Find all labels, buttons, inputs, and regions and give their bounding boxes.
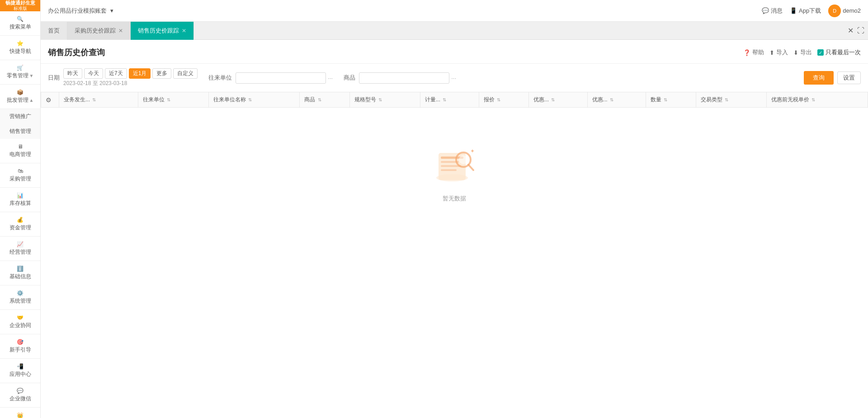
message-icon: 💬 bbox=[762, 7, 769, 14]
sort-arrows-partner-name: ⇅ bbox=[248, 97, 252, 102]
workspace-selector[interactable]: 办公用品行业模拟账套 ▾ bbox=[48, 7, 113, 15]
empty-text: 暂无数据 bbox=[443, 195, 466, 203]
sidebar-label-wholesale: 批发管理 bbox=[7, 96, 28, 104]
sidebar-item-finance[interactable]: 💰 资金管理 bbox=[0, 212, 40, 237]
col-biz-date-label: 业务发生... bbox=[64, 96, 90, 103]
sidebar-label-finance: 资金管理 bbox=[9, 224, 31, 232]
sidebar-item-basic[interactable]: ℹ️ 基础信息 bbox=[0, 261, 40, 285]
partner-dots-button[interactable]: ··· bbox=[328, 75, 333, 81]
sidebar-item-vip[interactable]: 👑 畅会员 bbox=[0, 408, 40, 418]
app-download-action[interactable]: 📱 App下载 bbox=[790, 7, 821, 15]
basic-icon: ℹ️ bbox=[17, 266, 24, 272]
tab-sales-history[interactable]: 销售历史价跟踪 ✕ bbox=[131, 22, 194, 40]
chevron-up-icon: ▲ bbox=[29, 98, 34, 103]
query-button[interactable]: 查询 bbox=[804, 71, 834, 85]
date-btn-yesterday[interactable]: 昨天 bbox=[63, 68, 82, 79]
tab-purchase-history[interactable]: 采购历史价跟踪 ✕ bbox=[67, 22, 131, 40]
product-filter-label: 商品 bbox=[344, 74, 355, 82]
table-header-row: ⚙ 业务发生... ⇅ 往来单位 ⇅ 往来单位名称 ⇅ bbox=[41, 92, 868, 108]
tab-close-purchase[interactable]: ✕ bbox=[118, 28, 123, 34]
ecommerce-icon: 🖥 bbox=[18, 143, 23, 150]
user-menu[interactable]: D demo2 bbox=[828, 5, 861, 17]
table-col-partner-name[interactable]: 往来单位名称 ⇅ bbox=[209, 92, 300, 108]
table-col-quantity[interactable]: 数量 ⇅ bbox=[646, 92, 696, 108]
gear-icon[interactable]: ⚙ bbox=[46, 96, 52, 104]
help-label: 帮助 bbox=[752, 48, 764, 57]
import-action[interactable]: ⬆ 导入 bbox=[769, 48, 788, 57]
table-col-trade-type[interactable]: 交易类型 ⇅ bbox=[696, 92, 766, 108]
sidebar-label-retail: 零售管理 bbox=[7, 72, 28, 80]
only-last-checkbox[interactable]: ✓ bbox=[817, 49, 824, 56]
sidebar-label-quick-nav: 快捷导航 bbox=[9, 48, 31, 55]
maximize-button[interactable]: ⛶ bbox=[857, 27, 864, 35]
table-col-pretax-price[interactable]: 优惠前无税单价 ⇅ bbox=[766, 92, 868, 108]
table-col-unit[interactable]: 计量... ⇅ bbox=[420, 92, 479, 108]
sidebar-item-retail[interactable]: 🛒 零售管理 ▼ bbox=[0, 60, 40, 85]
product-dots-button[interactable]: ··· bbox=[451, 75, 456, 81]
workspace-dropdown-arrow: ▾ bbox=[110, 7, 113, 14]
sidebar-label-ecommerce: 电商管理 bbox=[9, 151, 31, 158]
user-name: demo2 bbox=[843, 7, 861, 14]
sidebar-item-cooperation[interactable]: 🤝 企业协同 bbox=[0, 310, 40, 334]
empty-state: ✦ 暂无数据 bbox=[41, 108, 868, 239]
sidebar-item-sales-mgmt[interactable]: 销售管理 bbox=[0, 124, 40, 139]
sidebar-item-operation[interactable]: 📈 经营管理 bbox=[0, 237, 40, 261]
date-btn-last1m[interactable]: 近1月 bbox=[129, 68, 151, 79]
only-last-label: 只看最后一次 bbox=[826, 48, 861, 57]
table-col-spec[interactable]: 规格型号 ⇅ bbox=[350, 92, 420, 108]
tab-home-label: 首页 bbox=[48, 27, 60, 35]
app-logo[interactable]: 畅捷通好生意 标准版 bbox=[0, 0, 40, 11]
import-icon: ⬆ bbox=[769, 49, 774, 56]
partner-input[interactable] bbox=[236, 72, 326, 84]
date-filter-label: 日期 bbox=[48, 74, 60, 82]
date-btn-last7[interactable]: 近7天 bbox=[105, 68, 127, 79]
finance-icon: 💰 bbox=[17, 217, 24, 223]
message-action[interactable]: 💬 消息 bbox=[762, 7, 783, 15]
product-input[interactable] bbox=[359, 72, 449, 84]
tab-home[interactable]: 首页 bbox=[41, 22, 67, 40]
sort-arrows-unit: ⇅ bbox=[443, 97, 446, 102]
sidebar-item-quick-nav[interactable]: ⭐ 快捷导航 bbox=[0, 36, 40, 60]
sidebar-item-guide[interactable]: 🎯 新手引导 bbox=[0, 334, 40, 359]
sidebar-item-app-center[interactable]: 📲 应用中心 bbox=[0, 359, 40, 383]
table-col-discount2[interactable]: 优惠... ⇅ bbox=[587, 92, 646, 108]
avatar-text: D bbox=[833, 8, 836, 14]
sidebar-item-system[interactable]: ⚙️ 系统管理 bbox=[0, 285, 40, 310]
close-all-tabs-button[interactable]: ✕ bbox=[848, 26, 854, 35]
table-col-biz-date[interactable]: 业务发生... ⇅ bbox=[59, 92, 138, 108]
col-discount2-label: 优惠... bbox=[592, 96, 608, 103]
help-action[interactable]: ❓ 帮助 bbox=[743, 48, 764, 57]
date-btn-custom[interactable]: 自定义 bbox=[173, 68, 198, 79]
svg-line-8 bbox=[468, 165, 473, 170]
col-pretax-price-label: 优惠前无税单价 bbox=[771, 96, 809, 103]
date-buttons: 昨天 今天 近7天 近1月 更多 自定义 bbox=[63, 68, 198, 79]
date-btn-more[interactable]: 更多 bbox=[152, 68, 171, 79]
date-btn-today[interactable]: 今天 bbox=[84, 68, 103, 79]
sidebar-item-wechat[interactable]: 💬 企业微信 bbox=[0, 383, 40, 408]
operation-icon: 📈 bbox=[17, 241, 24, 247]
sidebar-item-inventory[interactable]: 📊 库存核算 bbox=[0, 188, 40, 212]
sidebar-item-marketing[interactable]: 营销推广 bbox=[0, 109, 40, 124]
only-last-checkbox-label[interactable]: ✓ 只看最后一次 bbox=[817, 48, 861, 57]
import-label: 导入 bbox=[776, 48, 788, 57]
app-subtitle: 标准版 bbox=[14, 6, 27, 11]
workspace-label: 办公用品行业模拟账套 bbox=[48, 7, 107, 15]
sidebar-item-wholesale[interactable]: 📦 批发管理 ▲ bbox=[0, 85, 40, 109]
tab-controls: ✕ ⛶ bbox=[848, 26, 868, 35]
table-col-discount1[interactable]: 优惠... ⇅ bbox=[529, 92, 588, 108]
tab-close-sales[interactable]: ✕ bbox=[182, 28, 186, 34]
download-icon: 📱 bbox=[790, 7, 797, 14]
table-col-product[interactable]: 商品 ⇅ bbox=[300, 92, 350, 108]
table-col-partner-code[interactable]: 往来单位 ⇅ bbox=[138, 92, 208, 108]
sidebar-item-purchase[interactable]: 🛍 采购管理 bbox=[0, 163, 40, 188]
sidebar-item-ecommerce[interactable]: 🖥 电商管理 bbox=[0, 139, 40, 163]
settings-button[interactable]: 设置 bbox=[837, 71, 861, 84]
sidebar-item-search[interactable]: 🔍 搜索菜单 bbox=[0, 11, 40, 36]
export-action[interactable]: ⬇ 导出 bbox=[793, 48, 812, 57]
col-product-label: 商品 bbox=[304, 96, 315, 103]
sidebar-label-basic: 基础信息 bbox=[9, 273, 31, 280]
table-col-settings[interactable]: ⚙ bbox=[41, 92, 59, 108]
product-input-group: ··· bbox=[359, 72, 456, 84]
main-area: 办公用品行业模拟账套 ▾ 💬 消息 📱 App下载 D demo2 首页 bbox=[41, 0, 868, 418]
table-col-quote-price[interactable]: 报价 ⇅ bbox=[479, 92, 529, 108]
